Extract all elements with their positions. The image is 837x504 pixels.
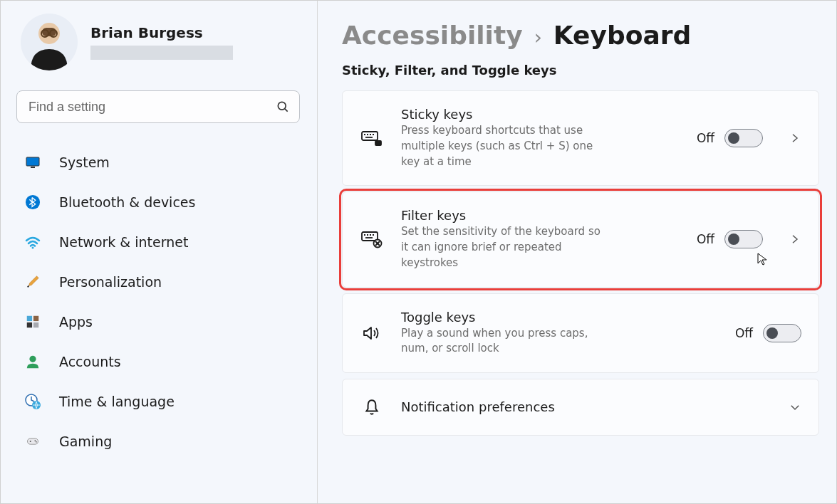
profile-block[interactable]: Brian Burgess [16, 14, 307, 70]
svg-rect-12 [27, 316, 32, 321]
nav-item-network[interactable]: Network & internet [16, 223, 307, 261]
card-body: Notification preferences [401, 399, 756, 416]
svg-rect-23 [362, 132, 378, 140]
section-title: Sticky, Filter, and Toggle keys [342, 63, 819, 78]
svg-point-20 [30, 441, 31, 442]
profile-email-redacted [90, 46, 233, 60]
card-body: Filter keys Set the sensitivity of the k… [401, 208, 608, 271]
search-wrap [16, 90, 300, 123]
card-controls: Off [735, 324, 801, 342]
cursor-icon [756, 252, 770, 266]
svg-point-21 [35, 440, 36, 441]
svg-rect-30 [362, 232, 378, 241]
keyboard-icon [360, 126, 384, 150]
svg-rect-9 [31, 167, 35, 168]
nav-label: Network & internet [59, 234, 188, 250]
keyboard-filter-icon [360, 227, 384, 251]
nav-item-system[interactable]: System [16, 143, 307, 182]
card-filter-keys[interactable]: Filter keys Set the sensitivity of the k… [342, 191, 819, 287]
nav-label: Gaming [59, 434, 112, 449]
svg-rect-19 [28, 439, 38, 444]
nav-label: System [59, 154, 110, 170]
nav-label: Time & language [59, 394, 175, 409]
chevron-right-icon[interactable] [789, 132, 801, 145]
avatar [21, 14, 78, 70]
card-controls: Off [697, 230, 801, 248]
toggle-filter-keys[interactable] [724, 230, 763, 248]
search-icon [276, 100, 290, 114]
svg-rect-13 [33, 316, 38, 321]
svg-rect-7 [26, 157, 39, 166]
wifi-icon [24, 233, 42, 251]
profile-text: Brian Burgess [90, 24, 233, 60]
svg-rect-29 [375, 141, 381, 145]
svg-line-6 [285, 109, 288, 112]
page-title: Keyboard [553, 21, 691, 50]
breadcrumb-parent[interactable]: Accessibility [342, 21, 523, 50]
nav-item-accounts[interactable]: Accounts [16, 342, 307, 381]
sidebar: Brian Burgess System Bluetooth & devi [1, 1, 318, 503]
nav-label: Accounts [59, 354, 121, 369]
paintbrush-icon [24, 273, 42, 291]
breadcrumb: Accessibility › Keyboard [342, 21, 819, 50]
settings-app: Brian Burgess System Bluetooth & devi [1, 1, 836, 503]
nav-label: Apps [59, 314, 93, 330]
svg-point-16 [29, 356, 36, 362]
nav-item-time-language[interactable]: Time & language [16, 382, 307, 421]
card-desc: Play a sound when you press caps, num, o… [401, 326, 608, 357]
svg-rect-2 [42, 28, 56, 36]
bell-icon [360, 395, 384, 419]
card-title: Filter keys [401, 208, 608, 223]
card-title: Sticky keys [401, 107, 608, 122]
svg-rect-15 [33, 322, 38, 327]
card-desc: Press keyboard shortcuts that use multip… [401, 123, 608, 169]
toggle-toggle-keys[interactable] [763, 324, 801, 342]
main-content: Accessibility › Keyboard Sticky, Filter,… [318, 1, 836, 503]
clock-globe-icon [24, 392, 42, 411]
nav-label: Personalization [59, 274, 162, 290]
card-title: Toggle keys [401, 310, 608, 325]
nav-item-apps[interactable]: Apps [16, 303, 307, 341]
card-controls [773, 401, 801, 414]
speaker-icon [360, 321, 384, 345]
toggle-state: Off [735, 326, 753, 340]
gamepad-icon [24, 432, 42, 451]
card-toggle-keys[interactable]: Toggle keys Play a sound when you press … [342, 293, 819, 374]
nav-item-bluetooth[interactable]: Bluetooth & devices [16, 183, 307, 221]
card-body: Sticky keys Press keyboard shortcuts tha… [401, 107, 608, 169]
card-title: Notification preferences [401, 399, 756, 414]
svg-point-22 [36, 441, 37, 443]
chevron-right-icon: › [534, 26, 542, 49]
nav-list: System Bluetooth & devices Network & int… [16, 143, 307, 461]
bluetooth-icon [24, 193, 42, 211]
toggle-sticky-keys[interactable] [724, 129, 763, 147]
nav-label: Bluetooth & devices [59, 194, 195, 210]
card-controls: Off [697, 129, 801, 147]
toggle-state: Off [697, 131, 714, 145]
card-body: Toggle keys Play a sound when you press … [401, 310, 608, 357]
svg-point-5 [278, 102, 286, 110]
chevron-down-icon[interactable] [789, 401, 801, 414]
card-sticky-keys[interactable]: Sticky keys Press keyboard shortcuts tha… [342, 90, 819, 186]
chevron-right-icon[interactable] [789, 233, 801, 246]
display-icon [24, 153, 42, 172]
card-notification-preferences[interactable]: Notification preferences [342, 379, 819, 436]
toggle-state: Off [697, 232, 714, 246]
svg-rect-14 [27, 322, 32, 327]
svg-point-11 [32, 247, 34, 249]
card-desc: Set the sensitivity of the keyboard so i… [401, 224, 608, 271]
nav-item-personalization[interactable]: Personalization [16, 263, 307, 301]
search-input[interactable] [16, 90, 300, 123]
profile-name: Brian Burgess [90, 24, 233, 41]
person-icon [24, 352, 42, 371]
apps-icon [24, 313, 42, 331]
cards-list: Sticky keys Press keyboard shortcuts tha… [342, 90, 819, 436]
nav-item-gaming[interactable]: Gaming [16, 422, 307, 461]
